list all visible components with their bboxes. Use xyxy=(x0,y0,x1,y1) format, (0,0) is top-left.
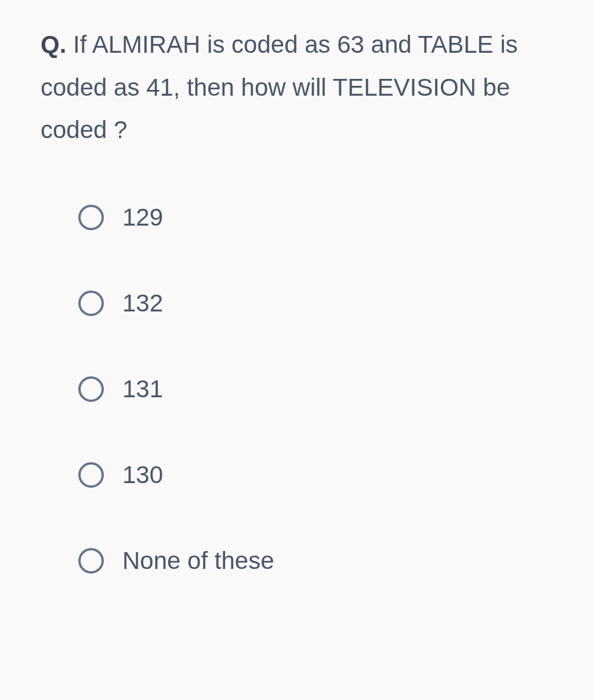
option-4[interactable]: 130 xyxy=(78,461,553,489)
option-5[interactable]: None of these xyxy=(78,547,553,575)
radio-icon xyxy=(78,462,104,488)
option-label: 129 xyxy=(122,204,163,231)
question-prefix: Q. xyxy=(41,31,66,58)
radio-icon xyxy=(78,548,104,574)
question-body: If ALMIRAH is coded as 63 and TABLE is c… xyxy=(41,31,518,143)
radio-icon xyxy=(78,291,104,316)
question-text: Q. If ALMIRAH is coded as 63 and TABLE i… xyxy=(41,23,553,151)
option-label: 132 xyxy=(122,289,163,317)
question-container: Q. If ALMIRAH is coded as 63 and TABLE i… xyxy=(41,23,553,575)
option-3[interactable]: 131 xyxy=(78,375,553,403)
option-label: None of these xyxy=(122,547,274,575)
option-1[interactable]: 129 xyxy=(78,204,553,231)
radio-icon xyxy=(78,376,104,402)
radio-icon xyxy=(78,205,104,230)
option-label: 131 xyxy=(122,375,163,403)
option-label: 130 xyxy=(122,461,163,489)
option-2[interactable]: 132 xyxy=(78,289,553,317)
options-list: 129 132 131 130 None of these xyxy=(41,204,553,575)
